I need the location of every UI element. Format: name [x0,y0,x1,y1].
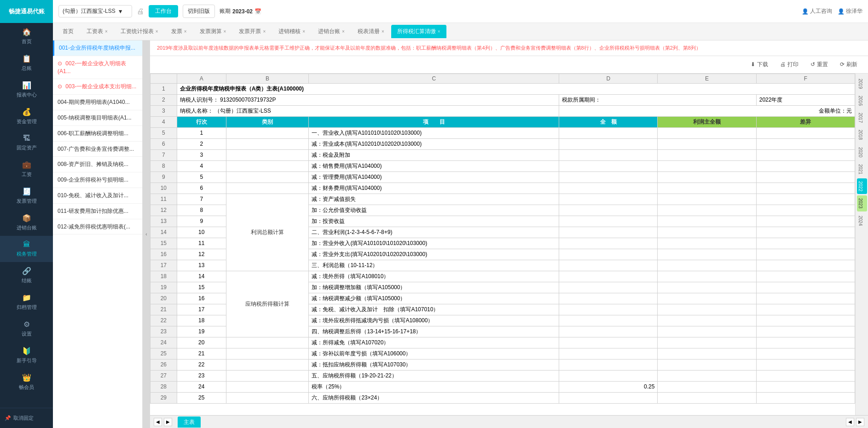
user-profile[interactable]: 👤 徐泽华 [838,7,862,15]
tab-invoice-calc[interactable]: 发票测算 × [194,25,232,38]
list-item-003[interactable]: ⊙ 003-一般企业成本支出明细... [53,79,142,95]
table-row: 26 22 减：抵扣应纳税所得额（填写A107030） [150,359,855,370]
list-item-008[interactable]: 008-资产折旧、摊销及纳税... [53,157,142,172]
refresh-icon: ⟳ [840,61,845,68]
refresh-button[interactable]: ⟳ 刷新 [836,59,861,70]
year-item-2018[interactable]: 2018 [857,127,867,143]
sidebar-item-guide[interactable]: 🔰 新手引导 [0,342,53,369]
sidebar-item-settings[interactable]: ⚙ 设置 [0,315,53,342]
panel-toggle-button[interactable]: ‹ [143,40,150,428]
sidebar-item-archive[interactable]: 📁 归档管理 [0,289,53,315]
sidebar-item-salary[interactable]: 💼 工资 [0,156,53,183]
sidebar-item-close[interactable]: 🔗 结账 [0,262,53,289]
list-item-006[interactable]: 006-职工薪酬纳税调整明细... [53,126,142,142]
row-num-1: 1 [150,83,177,94]
tab-home[interactable]: 首页 [57,25,80,38]
content-area: 001-企业所得税年度纳税申报... ⊙ 002-一般企业收入明细表(A1...… [53,40,868,428]
sidebar-item-reports[interactable]: 📊 报表中心 [0,76,53,103]
table-row-3: 3 纳税人名称： （勾册）江西服宝-LSS 金额单位：元 [150,105,855,116]
table-row: 11 7 利润总额计算 减：资产减值损失 [150,194,855,205]
row-num-4: 4 [150,116,177,127]
sheet-tab-main[interactable]: 主表 [178,417,201,428]
tab-close-invoice-open[interactable]: × [263,29,266,34]
list-item-001[interactable]: 001-企业所得税年度纳税申报... [53,40,142,56]
taxpayer-name-cell: 纳税人名称： （勾册）江西服宝-LSS [177,105,559,116]
tab-close-invoice[interactable]: × [184,29,187,34]
year-item-2023[interactable]: 2023 [857,195,867,211]
year-item-2024[interactable]: 2024 [857,213,867,228]
workbench-button[interactable]: 工作台 [149,5,178,17]
table-row: 24 20 减：所得减免（填写A107020） [150,337,855,348]
tab-close-invoice-calc[interactable]: × [224,29,226,34]
spreadsheet-container[interactable]: A B C D E F [150,74,855,416]
year-item-2022[interactable]: 2022 [857,178,867,194]
tab-close-ledger[interactable]: × [342,29,345,34]
scroll-left-arrow[interactable]: ◀ [846,418,854,426]
list-item-007[interactable]: 007-广告费和业务宣传费调整... [53,142,142,157]
tab-ledger[interactable]: 进销台账 × [312,25,351,38]
ledger-icon: 📋 [22,54,31,63]
sheet-prev-arrow[interactable]: ◀ [154,418,162,426]
year-item-2016[interactable]: 2016 [857,93,867,108]
print-button[interactable]: 🖨 打印 [776,59,802,70]
sheet-next-arrow[interactable]: ▶ [164,418,172,426]
list-item-010[interactable]: 010-免税、减计收入及加计... [53,188,142,204]
list-item-005[interactable]: 005-纳税调整项目明细表(A1... [53,110,142,126]
tab-close-income-tax[interactable]: × [438,29,440,34]
scroll-right-arrow[interactable]: ▶ [856,418,864,426]
sidebar-item-funds[interactable]: 💰 资金管理 [0,103,53,130]
sidebar-item-assets[interactable]: 🏗 固定资产 [0,130,53,156]
list-item-002[interactable]: ⊙ 002-一般企业收入明细表(A1... [53,56,142,80]
sidebar-item-home[interactable]: 🏠 首页 [0,23,53,50]
download-button[interactable]: ⬇ 下载 [747,59,772,70]
tab-close-tax-table[interactable]: × [382,29,384,34]
sidebar-item-ledger[interactable]: 📋 总账 [0,50,53,76]
sidebar-footer: 📌 取消固定 [0,408,53,428]
tab-close-salary-stats[interactable]: × [156,29,158,34]
user-service-button[interactable]: 👤 人工咨询 [802,7,832,15]
col-category: 类别 [226,116,309,127]
error-icon-003: ⊙ [58,83,62,90]
sidebar-item-member[interactable]: 👑 畅会员 [0,369,53,395]
sheet-tabs-bar: ◀ ▶ 主表 ◀ ▶ [150,415,868,428]
list-item-012[interactable]: 012-减免所得税优惠明细表(... [53,219,142,235]
warning-bar: 2019年度涉及取以前年度连续数据的申报表单元格需要手工维护正确，才能保证本年及… [150,40,868,56]
year-item-2019[interactable]: 2019 [857,76,867,91]
funds-icon: 💰 [22,108,31,116]
taxpayer-id-cell: 纳税人识别号： 91320500703719732P [177,94,559,105]
year-item-2021[interactable]: 2021 [857,161,867,177]
list-item-011[interactable]: 011-研发费用加计扣除优惠... [53,204,142,219]
tab-audit[interactable]: 进销稽核 × [272,25,311,38]
right-panel: 2019年度涉及取以前年度连续数据的申报表单元格需要手工维护正确，才能保证本年及… [150,40,868,428]
tab-invoice[interactable]: 发票 × [165,25,193,38]
tab-salary-stats[interactable]: 工资统计报表 × [115,25,164,38]
tab-close-audit[interactable]: × [302,29,305,34]
sidebar-item-purchases[interactable]: 📦 进销台账 [0,209,53,236]
close-icon: 🔗 [22,267,31,275]
list-item-009[interactable]: 009-企业所得税补亏损明细... [53,172,142,188]
company-selector[interactable]: (勾册）江西服宝-LSS ▼ [58,5,132,17]
table-row: 25 21 减：弥补以前年度亏损（填写A106000） [150,348,855,359]
cut-old-button[interactable]: 切到旧版 [183,5,215,18]
list-item-004[interactable]: 004-期间费用明细表(A1040... [53,95,142,110]
unpin-button[interactable]: 📌 取消固定 [2,412,51,424]
row-num-3: 3 [150,105,177,116]
tab-close-salary[interactable]: × [105,29,108,34]
member-icon: 👑 [22,373,31,382]
year-item-2017[interactable]: 2017 [857,110,867,126]
year-item-2020[interactable]: 2020 [857,144,867,160]
tab-income-tax[interactable]: 所得税汇算清缴 × [391,25,446,38]
table-row: 28 24 税率（25%） 0.25 [150,381,855,392]
home-icon: 🏠 [22,28,31,36]
tax-icon: 🏛 [23,240,30,249]
spreadsheet-table: A B C D E F [150,74,855,404]
top-bar: (勾册）江西服宝-LSS ▼ 🖨 工作台 切到旧版 账期 2023-02 📅 👤… [53,0,868,23]
tab-salary[interactable]: 工资表 × [81,25,114,38]
sidebar-item-tax[interactable]: 🏛 税务管理 [0,236,53,262]
tab-tax-table[interactable]: 税表清册 × [352,25,390,38]
reset-button[interactable]: ↺ 重置 [807,59,832,70]
sidebar-item-invoice[interactable]: 🧾 发票管理 [0,183,53,209]
tab-invoice-open[interactable]: 发票开票 × [233,25,272,38]
print-icon: 🖨 [780,61,786,68]
period-label: 账期 2023-02 📅 [220,7,261,15]
